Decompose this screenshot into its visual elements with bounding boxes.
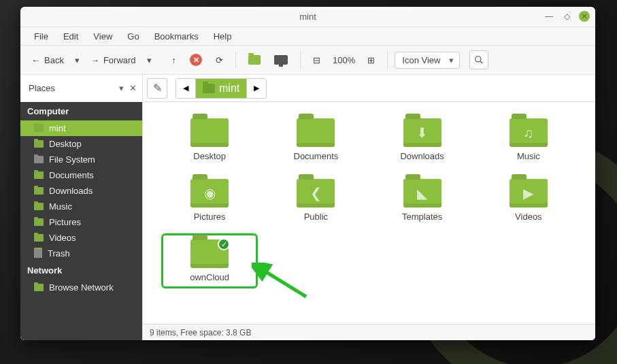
public-glyph-icon: ❮ [297,179,335,208]
folder-owncloud[interactable]: ✓ ownCloud [163,235,256,286]
close-button[interactable]: ✕ [579,11,590,22]
chevron-right-icon: ▶ [254,84,259,93]
pathbar-prev-button[interactable]: ◀ [176,79,196,98]
folder-label: ownCloud [190,272,229,282]
svg-point-0 [476,56,481,62]
sidebar-item-home[interactable]: mint [20,120,142,136]
folder-desktop[interactable]: Desktop [163,114,256,165]
folder-icon [34,218,44,226]
folder-label: Templates [402,212,442,222]
folder-downloads[interactable]: ⬇Downloads [376,114,469,165]
menu-bookmarks[interactable]: Bookmarks [148,29,205,44]
folder-icon [34,140,44,148]
toolbar: ← Back ▾ → Forward ▾ ↑ ✕ ⟳ ⊟ 100% ⊞ Icon… [20,45,595,75]
folder-pictures[interactable]: ◉Pictures [163,175,256,226]
sidebar-close[interactable]: ✕ [129,83,137,93]
folder-icon [34,234,44,242]
sidebar-dropdown[interactable]: ▾ [119,83,124,93]
folder-label: Music [517,151,540,161]
back-button[interactable]: ← Back [26,52,69,68]
folder-label: Videos [515,212,542,222]
menu-view[interactable]: View [86,29,119,44]
sidebar-item-label: Music [49,201,72,212]
home-button[interactable] [243,52,266,67]
folder-label: Downloads [400,151,444,161]
downloads-glyph-icon: ⬇ [403,118,441,147]
pencil-icon: ✎ [153,82,162,95]
home-folder-icon [248,55,261,65]
sidebar: Places ▾ ✕ Computer mint Desktop File Sy… [20,75,143,340]
folder-label: Public [304,212,328,222]
sidebar-item-label: Downloads [49,186,93,196]
zoom-level: 100% [329,55,359,65]
svg-line-2 [262,269,306,297]
monitor-icon [274,55,288,65]
sidebar-item-trash[interactable]: Trash [20,246,142,261]
folder-label: Documents [294,151,339,161]
sidebar-item-label: mint [49,123,66,133]
sidebar-item-label: Documents [49,170,94,180]
reload-button[interactable]: ⟳ [210,52,229,68]
back-history-dropdown[interactable]: ▾ [72,55,82,65]
forward-history-dropdown[interactable]: ▾ [144,55,154,65]
svg-line-1 [480,61,483,64]
sidebar-item-label: Trash [48,248,70,259]
chevron-left-icon: ◀ [183,84,188,93]
templates-glyph-icon: ◣ [403,179,441,208]
folder-icon [34,125,44,132]
search-button[interactable] [469,50,488,69]
folder-icon [203,84,215,93]
annotation-arrow-icon [252,263,313,303]
zoom-in-button[interactable]: ⊞ [362,52,380,68]
menu-go[interactable]: Go [120,29,146,44]
menubar: File Edit View Go Bookmarks Help [20,27,595,45]
sidebar-item-music[interactable]: Music [20,199,142,214]
pathbar: ✎ ◀ mint ▶ [143,75,595,102]
folder-icon [34,187,44,195]
status-text: 9 items, Free space: 3.8 GB [150,328,251,337]
sidebar-item-downloads[interactable]: Downloads [20,183,142,199]
menu-file[interactable]: File [27,29,55,44]
sidebar-header: Places ▾ ✕ [20,75,142,102]
folder-templates[interactable]: ◣Templates [376,175,469,226]
reload-icon: ⟳ [216,55,223,65]
sidebar-item-filesystem[interactable]: File System [20,152,142,167]
folder-videos[interactable]: ▶Videos [482,175,575,226]
sidebar-item-browse-network[interactable]: Browse Network [20,280,142,295]
pathbar-edit-button[interactable]: ✎ [147,78,167,99]
computer-button[interactable] [269,52,293,67]
sync-ok-badge-icon: ✓ [218,238,230,250]
pathbar-next-button[interactable]: ▶ [247,79,266,98]
sidebar-item-videos[interactable]: Videos [20,230,142,246]
desktop-glyph-icon [190,118,229,147]
arrow-left-icon: ← [31,55,40,65]
folder-documents[interactable]: Documents [269,114,362,165]
up-button[interactable]: ↑ [167,52,182,68]
zoom-out-icon: ⊟ [313,55,320,65]
arrow-up-icon: ↑ [172,55,177,65]
sidebar-item-label: Desktop [49,139,82,149]
folder-label: Desktop [193,151,226,161]
search-icon [474,55,484,65]
sidebar-tree: Computer mint Desktop File System Docume… [20,102,142,340]
zoom-out-button[interactable]: ⊟ [307,52,326,68]
menu-help[interactable]: Help [207,29,239,44]
pictures-glyph-icon: ◉ [190,179,229,208]
window-title: mint [299,12,316,22]
folder-music[interactable]: ♫Music [482,114,575,165]
sidebar-item-documents[interactable]: Documents [20,167,142,183]
sidebar-item-desktop[interactable]: Desktop [20,136,142,152]
forward-button[interactable]: → Forward [85,52,141,68]
view-mode-select[interactable]: Icon View [395,52,460,69]
stop-button[interactable]: ✕ [184,51,207,69]
sidebar-item-label: Browse Network [49,282,114,293]
minimize-button[interactable]: — [544,11,554,22]
sidebar-item-pictures[interactable]: Pictures [20,214,142,230]
folder-public[interactable]: ❮Public [269,175,362,226]
menu-edit[interactable]: Edit [56,29,85,44]
maximize-button[interactable]: ◇ [561,11,572,22]
pathbar-segment-current[interactable]: mint [196,79,247,98]
stop-icon: ✕ [190,54,202,66]
arrow-right-icon: → [90,55,99,65]
sidebar-item-label: File System [49,154,95,165]
